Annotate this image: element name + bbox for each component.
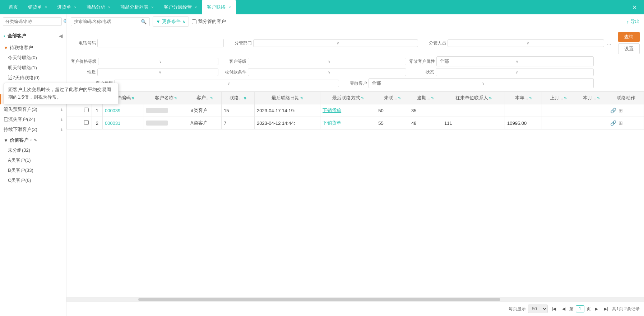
close-customer-tiered-icon[interactable]: × bbox=[195, 0, 197, 14]
next-page-button[interactable]: ▶ bbox=[593, 306, 600, 312]
nav-purchase-order[interactable]: 进货单 × bbox=[52, 0, 81, 14]
sidebar-search-area: 🔍 bbox=[0, 14, 66, 29]
th-last-contact-date[interactable]: 最后联络日期⇅ bbox=[254, 92, 320, 104]
gender-select[interactable]: ∨ bbox=[97, 69, 218, 76]
branch-person-more-icon[interactable]: ... bbox=[606, 41, 612, 46]
payment-select[interactable]: ∨ bbox=[248, 69, 406, 76]
sidebar-item-tomorrow[interactable]: 明天待联络(1) bbox=[0, 63, 66, 73]
sidebar-item-class-a[interactable]: A类客户(1) bbox=[0, 155, 66, 165]
td-row1-contact-count: 15 bbox=[222, 104, 255, 117]
value-customers-group-title[interactable]: ▼ 价值客户 ○ ✎ bbox=[0, 135, 66, 145]
sidebar-item-class-c[interactable]: C类客户(6) bbox=[0, 175, 66, 185]
branch-dept-select[interactable]: ∨ bbox=[253, 39, 418, 47]
th-overdue[interactable]: 逾期...⇅ bbox=[409, 92, 442, 104]
close-purchase-order-icon[interactable]: × bbox=[74, 0, 76, 14]
sidebar-search-icon[interactable]: 🔍 bbox=[63, 19, 66, 24]
filter-row-1: 电话号码 分管部门 ∨ 分管人员 ∨ ... bbox=[71, 32, 640, 54]
my-customers-checkbox-label[interactable]: 我分管的客户 bbox=[192, 18, 226, 25]
nav-home[interactable]: 首页 bbox=[4, 0, 23, 14]
nav-product-analysis-list[interactable]: 商品分析列表 × bbox=[115, 0, 158, 14]
th-customer-type[interactable]: 客户...⇅ bbox=[188, 92, 221, 104]
settings-button[interactable]: 设置 bbox=[618, 43, 640, 54]
nav-sales-order[interactable]: 销货单 × bbox=[23, 0, 52, 14]
sidebar-item-already-lost[interactable]: 已流失客户(24) ℹ bbox=[0, 114, 66, 124]
th-company-contact[interactable]: 往来单位联系人⇅ bbox=[442, 92, 505, 104]
all-customers-header[interactable]: ▪ 全部客户 ◀ bbox=[0, 30, 66, 41]
close-sales-order-icon[interactable]: × bbox=[45, 0, 47, 14]
sidebar-search-input[interactable] bbox=[3, 17, 62, 26]
scrollbar-thumb[interactable] bbox=[138, 298, 500, 301]
td-row2-num: 2 bbox=[92, 117, 102, 129]
payment-field: 收付款条件 ∨ bbox=[221, 69, 406, 76]
horizontal-scrollbar[interactable] bbox=[66, 297, 644, 301]
td-row2-checkbox[interactable] bbox=[81, 117, 92, 129]
retail-attr-select[interactable]: 全部 ∨ bbox=[436, 56, 594, 66]
repurchase-tooltip: 距客户上次交易时长，超过了此客户的平均交易周期的1.5倍，则视为异常。 bbox=[4, 83, 119, 104]
sidebar-item-7days[interactable]: 近7天待联络(0) bbox=[0, 73, 66, 83]
th-name[interactable]: 客户名称⇅ bbox=[144, 92, 188, 104]
my-customers-checkbox[interactable] bbox=[192, 19, 196, 24]
value-customers-edit-icon[interactable]: ✎ bbox=[34, 138, 37, 143]
nav-product-analysis[interactable]: 商品分析 × bbox=[82, 0, 115, 14]
th-this-month[interactable]: 本月...⇅ bbox=[575, 92, 608, 104]
filter-bar: 🔍 ▼ 更多条件 ∧ 我分管的客户 ↑ 导出 bbox=[66, 14, 644, 29]
td-row1-last-method[interactable]: 下销货单 bbox=[320, 104, 376, 117]
customer-level-select[interactable]: ∨ bbox=[248, 58, 406, 65]
td-row2-type: A类客户 bbox=[188, 117, 221, 129]
row2-checkbox[interactable] bbox=[84, 120, 89, 125]
sidebar-item-unclassified[interactable]: 未分组(32) bbox=[0, 145, 66, 155]
td-row1-overdue: 35 bbox=[409, 104, 442, 117]
td-row2-last-method[interactable]: 下销货单 bbox=[320, 117, 376, 129]
branch-person-select[interactable]: ∨ bbox=[448, 39, 604, 47]
window-close-button[interactable]: ✕ bbox=[629, 4, 640, 11]
sidebar-item-today[interactable]: 今天待联络(0) bbox=[0, 53, 66, 63]
query-button[interactable]: 查询 bbox=[618, 32, 640, 42]
sidebar-item-holding-down[interactable]: 持续下滑客户(2) ℹ bbox=[0, 124, 66, 135]
table-wrapper: ⚙ # 客户编码⇅ 客户名称⇅ 客户...⇅ 联络...⇅ 最后联络日期⇅ 最后… bbox=[66, 91, 644, 297]
search-input[interactable] bbox=[74, 19, 139, 24]
close-customer-contact-icon[interactable]: × bbox=[228, 0, 231, 14]
nav-customer-tiered[interactable]: 客户分层经营 × bbox=[159, 0, 202, 14]
td-row2-company-contact: 111 bbox=[442, 117, 505, 129]
td-row2-code[interactable]: 000031 bbox=[102, 117, 144, 129]
prev-page-button[interactable]: ◀ bbox=[560, 306, 567, 312]
retail-customer-chevron: ∨ bbox=[482, 81, 590, 85]
td-row1-code[interactable]: 000039 bbox=[102, 104, 144, 117]
td-row1-checkbox[interactable] bbox=[81, 104, 92, 117]
pending-contact-group-title[interactable]: ▼ 待联络客户 bbox=[0, 43, 66, 53]
th-uncontacted[interactable]: 未联...⇅ bbox=[376, 92, 409, 104]
th-last-contact-method[interactable]: 最后联络方式⇅ bbox=[320, 92, 376, 104]
sort-date-icon: ⇅ bbox=[300, 96, 303, 100]
th-last-month[interactable]: 上月...⇅ bbox=[542, 92, 575, 104]
close-product-analysis-list-icon[interactable]: × bbox=[151, 0, 153, 14]
customer-price-field: 客户价格等级 ∨ bbox=[71, 58, 218, 65]
row2-grid-icon[interactable]: ⊞ bbox=[618, 120, 623, 126]
first-page-button[interactable]: |◀ bbox=[550, 306, 558, 312]
sidebar-item-class-b[interactable]: B类客户(33) bbox=[0, 165, 66, 175]
customer-price-select[interactable]: ∨ bbox=[98, 58, 218, 65]
export-button[interactable]: ↑ 导出 bbox=[627, 18, 640, 25]
status-select[interactable]: ∨ bbox=[436, 69, 594, 76]
table-row: 2 000031 A类客户 7 2023-04-12 14:44: 下销货单 5… bbox=[67, 117, 644, 129]
close-product-analysis-icon[interactable]: × bbox=[108, 0, 110, 14]
more-conditions-button[interactable]: ▼ 更多条件 ∧ bbox=[153, 16, 189, 27]
filter-row-3: 性质 ∨ 收付款条件 ∨ 状态 bbox=[71, 69, 640, 76]
phone-input[interactable] bbox=[97, 39, 224, 47]
customer-type-select[interactable]: ∨ bbox=[114, 80, 339, 87]
last-page-button[interactable]: ▶| bbox=[602, 306, 610, 312]
row1-checkbox[interactable] bbox=[84, 108, 89, 112]
retail-customer-select[interactable]: 全部 ∨ bbox=[369, 78, 594, 88]
row1-grid-icon[interactable]: ⊞ bbox=[618, 108, 623, 113]
th-this-year[interactable]: 本年...⇅ bbox=[505, 92, 542, 104]
search-icon[interactable]: 🔍 bbox=[141, 19, 147, 24]
sidebar-item-lost-warning[interactable]: 流失预警客户(3) ℹ bbox=[0, 104, 66, 114]
row1-link-icon[interactable]: 🔗 bbox=[610, 108, 616, 113]
value-customers-circle-icon[interactable]: ○ bbox=[30, 138, 32, 142]
nav-customer-contact[interactable]: 客户联络 × bbox=[202, 0, 236, 14]
td-row1-last-month bbox=[542, 104, 575, 117]
per-page-select[interactable]: 50 100 200 bbox=[528, 305, 548, 313]
more-conditions-chevron: ∧ bbox=[182, 19, 186, 24]
all-customers-collapse-icon[interactable]: ◀ bbox=[59, 33, 62, 39]
row2-link-icon[interactable]: 🔗 bbox=[610, 120, 616, 126]
th-contact-count[interactable]: 联络...⇅ bbox=[222, 92, 255, 104]
